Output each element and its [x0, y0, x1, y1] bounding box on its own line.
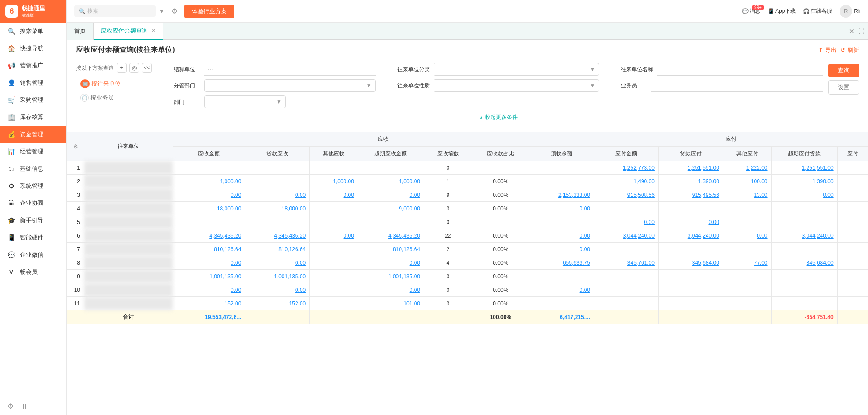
- sidebar-item-system[interactable]: ⚙ 系统管理: [0, 177, 66, 195]
- smarthw-icon: 📱: [7, 234, 15, 242]
- sidebar-item-quicknav[interactable]: 🏠 快捷导航: [0, 40, 66, 57]
- home-icon: 🏠: [7, 44, 15, 52]
- total-ap-overdue: -654,751.40: [771, 310, 837, 324]
- partner-name-input[interactable]: [657, 63, 823, 76]
- tab-ar-ap-query[interactable]: 应收应付余额查询 ✕: [94, 23, 163, 40]
- sidebar-item-purchase[interactable]: 🛒 采购管理: [0, 91, 66, 109]
- sidebar-item-smarthw[interactable]: 📱 智能硬件: [0, 229, 66, 246]
- data-table: ⚙ 往来单位 应收 应付 应收金额 贷款应收 其他应收 超期应收金额 应收笔数: [67, 132, 868, 324]
- th-receivable-group: 应收: [173, 132, 594, 147]
- filter-partner-nature: 往来单位性质 ▼: [397, 79, 599, 92]
- table-row: 2企业名称1,000.001,000.001,000.0010.00%1,490…: [67, 175, 868, 188]
- page-header: 应收应付余额查询(按往来单位) ⬆ 导出 ↺ 刷新: [67, 40, 868, 58]
- tabbar-right: ✕ ⛶: [849, 28, 868, 35]
- collapse-more-btn[interactable]: ∧ 收起更多条件: [174, 112, 823, 123]
- filter-by-partner[interactable]: 🏢 按往来单位: [76, 77, 160, 90]
- total-ar-prepay[interactable]: 6,417,215....: [529, 310, 594, 324]
- th-ap-amount: 应付金额: [594, 147, 659, 161]
- marketing-icon: 📢: [7, 62, 15, 70]
- export-icon: ⬆: [818, 47, 823, 53]
- partner-icon: 🏢: [80, 79, 90, 88]
- total-ar-amount[interactable]: 19,553,472,6...: [173, 310, 245, 324]
- th-ap-loan: 贷款应付: [658, 147, 723, 161]
- topbar-dropdown-arrow[interactable]: ▼: [159, 8, 165, 14]
- sidebar-item-basic[interactable]: 🗂 基础信息: [0, 160, 66, 177]
- table-row: 10企业名称0.000.000.0000.00%0.00: [67, 283, 868, 297]
- sidebar-item-capital[interactable]: 💰 资金管理: [0, 126, 66, 143]
- export-button[interactable]: ⬆ 导出: [818, 46, 837, 54]
- sidebar-item-operation[interactable]: 📊 经营管理: [0, 143, 66, 160]
- th-payable-group: 应付: [594, 132, 868, 147]
- purchase-icon: 🛒: [7, 96, 15, 104]
- salesperson-input[interactable]: ···: [651, 79, 823, 92]
- add-filter-icon[interactable]: +: [117, 63, 127, 73]
- table-settings-icon[interactable]: ⚙: [71, 142, 80, 151]
- filter-by-salesperson[interactable]: 🕐 按业务员: [76, 92, 160, 104]
- collapse-sidebar-icon[interactable]: ⏸: [21, 402, 28, 410]
- tab-home[interactable]: 首页: [67, 23, 94, 40]
- settlement-unit-input[interactable]: ···: [204, 63, 376, 76]
- query-button[interactable]: 查询: [828, 64, 859, 77]
- refresh-button[interactable]: ↺ 刷新: [840, 46, 859, 54]
- search-icon-top: 🔍: [79, 8, 85, 14]
- total-ar-ratio: 100.00%: [472, 310, 529, 324]
- capital-icon: 💰: [7, 130, 15, 138]
- filter-fields-section: 结算单位 ··· 往来单位分类 ▼: [166, 63, 859, 123]
- sidebar-item-newbie[interactable]: 🎓 新手引导: [0, 212, 66, 229]
- filter-row-2: 分管部门 ▼ 往来单位性质: [174, 79, 823, 92]
- table-container: ⚙ 往来单位 应收 应付 应收金额 贷款应收 其他应收 超期应收金额 应收笔数: [67, 132, 868, 324]
- table-row: 8企业名称0.000.000.0040.00%655,636.75345,761…: [67, 256, 868, 270]
- filter-settings-icon[interactable]: ◎: [129, 63, 139, 73]
- filter-salesperson: 业务员 ···: [621, 79, 823, 92]
- th-ar-overdue: 超期应收金额: [358, 147, 424, 161]
- sidebar-item-enterprise[interactable]: 🏛 企业协同: [0, 195, 66, 212]
- filter-partner-name: 往来单位名称: [621, 63, 823, 76]
- sales-icon: 👤: [7, 79, 15, 87]
- wechat-icon: 💬: [7, 251, 15, 259]
- sidebar-item-sales[interactable]: 👤 销售管理: [0, 74, 66, 91]
- filter-arrow-icon[interactable]: <<: [142, 63, 152, 73]
- dept-manager-select[interactable]: ▼: [204, 79, 376, 92]
- collapse-icon: ∧: [479, 114, 483, 121]
- partner-nature-select[interactable]: ▼: [434, 79, 599, 92]
- table-scroll[interactable]: ⚙ 往来单位 应收 应付 应收金额 贷款应收 其他应收 超期应收金额 应收笔数: [67, 132, 868, 324]
- department-select[interactable]: ▼: [204, 95, 286, 108]
- filter-row-1: 结算单位 ··· 往来单位分类 ▼: [174, 63, 823, 76]
- filter-dept-manager: 分管部门 ▼: [174, 79, 376, 92]
- topbar: 🔍 搜索 ▼ ⚙ 体验行业方案 💬 消息 99+ 📱 App下载 🎧 在线客服 …: [67, 0, 868, 23]
- table-row: 11企业名称152.00152.00101.0030.00%: [67, 297, 868, 310]
- main-content: 应收应付余额查询(按往来单位) ⬆ 导出 ↺ 刷新 按以下方案查询: [67, 40, 868, 415]
- sidebar-item-search[interactable]: 🔍 搜索菜单: [0, 23, 66, 40]
- close-window-icon[interactable]: ✕: [849, 28, 854, 35]
- tabbar: 首页 应收应付余额查询 ✕ ✕ ⛶: [67, 23, 868, 40]
- partner-category-select[interactable]: ▼: [434, 63, 599, 76]
- action-buttons: 查询 设置: [828, 63, 859, 95]
- online-service-action[interactable]: 🎧 在线客服: [803, 7, 832, 15]
- sidebar-logo: 6 畅捷通里 标准版: [0, 0, 66, 23]
- tab-close-icon[interactable]: ✕: [151, 28, 156, 33]
- sidebar-item-wechat[interactable]: 💬 企业微信: [0, 246, 66, 263]
- search-icon: 🔍: [7, 27, 15, 35]
- user-info[interactable]: R Rit: [840, 5, 861, 18]
- sidebar-item-marketing[interactable]: 📢 营销推广: [0, 57, 66, 74]
- operation-icon: 📊: [7, 148, 15, 156]
- sidebar-item-warehouse[interactable]: 🏢 库存核算: [0, 109, 66, 126]
- filter-method-label: 按以下方案查询: [76, 64, 114, 72]
- topbar-gear-icon[interactable]: ⚙: [168, 5, 181, 18]
- sidebar-item-member[interactable]: V 畅会员: [0, 263, 66, 281]
- salesperson-icon2: 🕐: [80, 94, 89, 102]
- th-partner: 往来单位: [84, 132, 173, 161]
- th-settings: ⚙: [67, 132, 84, 161]
- app-download-action[interactable]: 📱 App下载: [768, 7, 796, 15]
- fullscreen-icon[interactable]: ⛶: [858, 28, 864, 35]
- topbar-search-box[interactable]: 🔍 搜索: [74, 5, 156, 17]
- table-row: 1企业名称01,252,773.001,251,551.001,222.001,…: [67, 161, 868, 175]
- message-action[interactable]: 💬 消息 99+: [742, 7, 760, 15]
- table-row: 3企业名称0.000.000.000.0090.00%2,153,333.009…: [67, 188, 868, 202]
- th-ar-ratio: 应收款占比: [472, 147, 529, 161]
- set-button[interactable]: 设置: [828, 80, 859, 95]
- topbar-left: 🔍 搜索 ▼ ⚙ 体验行业方案: [74, 5, 742, 18]
- settings-bottom-icon[interactable]: ⚙: [7, 402, 14, 410]
- total-row: 合计 19,553,472,6... 100.00% 6,417,215....: [67, 310, 868, 324]
- trial-button[interactable]: 体验行业方案: [184, 5, 234, 18]
